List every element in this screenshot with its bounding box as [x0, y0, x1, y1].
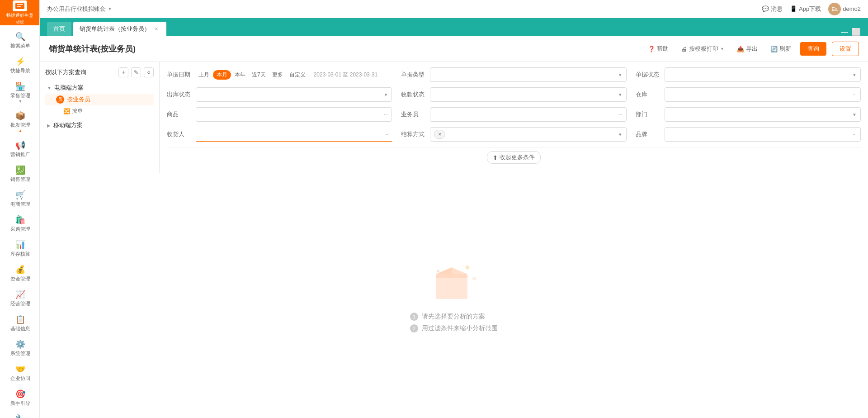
sidebar-item-finance[interactable]: 💰 资金管理 — [2, 261, 38, 286]
sidebar-item-wholesale[interactable]: 📦 批发管理 ▲ — [2, 107, 38, 137]
step-2-text: 用过滤条件来缩小分析范围 — [422, 324, 498, 332]
date-tab-more[interactable]: 更多 — [269, 70, 286, 80]
template-print-label: 按模板打印 — [689, 45, 718, 53]
sidebar-item-retail[interactable]: 🏪 零售管理 ▼ — [2, 78, 38, 107]
help-label: 帮助 — [657, 45, 669, 53]
date-filter-control: 上月 本月 本年 近7天 更多 自定义 2023-03-01 至 2023-03… — [196, 70, 392, 80]
app-download-label: App下载 — [799, 5, 821, 13]
svg-rect-2 — [436, 274, 467, 278]
receiver-control[interactable]: ··· — [196, 127, 392, 142]
export-button[interactable]: 📤 导出 — [733, 43, 761, 55]
inventory-icon: 📊 — [15, 240, 25, 250]
empty-illustration — [427, 258, 481, 304]
doc-status-control[interactable]: ▼ — [665, 67, 861, 82]
topbar-right: 💬 消息 📱 App下载 Ea demo2 — [762, 3, 861, 15]
settlement-label: 结算方式 — [401, 130, 426, 138]
product-control[interactable]: ··· — [196, 107, 392, 122]
page-header: 销货单统计表(按业务员) ❓ 帮助 🖨 按模板打印 ▼ 📤 导出 — [40, 36, 868, 62]
salesperson-filter-item: 业务员 ··· — [401, 107, 626, 122]
more-icon: ··· — [618, 112, 622, 117]
sidebar-quicknav-label: 快捷导航 — [10, 67, 30, 74]
left-panel-header: 按以下方案查询 + ✎ « — [45, 67, 154, 77]
desktop-scheme-parent[interactable]: ▼ 电脑端方案 — [45, 82, 154, 94]
settlement-tag-close[interactable]: × — [438, 131, 441, 138]
chevron-down-icon: ▼ — [19, 99, 23, 104]
desktop-scheme-label: 电脑端方案 — [54, 84, 84, 92]
salesperson-control[interactable]: ··· — [430, 107, 626, 122]
template-print-button[interactable]: 🖨 按模板打印 ▼ — [678, 43, 728, 55]
receive-status-control[interactable]: ▼ — [430, 87, 626, 102]
plus-icon: + — [122, 69, 125, 76]
chevron-down-icon: ▼ — [383, 92, 388, 97]
left-panel-title: 按以下方案查询 — [45, 68, 86, 76]
warehouse-control[interactable]: ··· — [665, 87, 861, 102]
tab-maximize-icon[interactable]: ⬜ — [852, 28, 861, 36]
message-button[interactable]: 💬 消息 — [762, 5, 783, 13]
add-scheme-button[interactable]: + — [118, 67, 128, 77]
settlement-control[interactable]: × ▼ — [430, 127, 626, 142]
quicknav-icon: ⚡ — [15, 57, 25, 66]
date-tab-custom[interactable]: 自定义 — [287, 70, 308, 80]
export-label: 导出 — [746, 45, 758, 53]
topbar-left: 办公用品行业模拟账套 ▼ — [47, 5, 112, 13]
mobile-scheme-parent[interactable]: ▶ 移动端方案 — [45, 119, 154, 131]
warehouse-filter-item: 仓库 ··· — [636, 87, 861, 102]
query-button[interactable]: 查询 — [800, 42, 826, 56]
order-scheme-label: 按单 — [72, 107, 83, 115]
tab-sales-report[interactable]: 销货单统计表（按业务员） × — [73, 22, 166, 36]
sidebar-sales-label: 销售管理 — [10, 176, 30, 183]
sidebar-item-sales[interactable]: 💹 销售管理 — [2, 162, 38, 186]
out-status-control[interactable]: ▼ — [196, 87, 392, 102]
collapse-up-icon: ⬆ — [493, 154, 498, 161]
sidebar-item-purchase[interactable]: 🛍️ 采购管理 — [2, 211, 38, 236]
page-actions: ❓ 帮助 🖨 按模板打印 ▼ 📤 导出 🔄 刷新 — [644, 42, 859, 56]
refresh-label: 刷新 — [779, 45, 791, 53]
settings-button[interactable]: 设置 — [832, 42, 859, 56]
chevron-down-icon: ▼ — [618, 132, 623, 137]
left-panel-actions: + ✎ « — [118, 67, 154, 77]
scheme-by-salesperson[interactable]: 员 按业务员 — [45, 94, 154, 105]
collapse-panel-button[interactable]: « — [144, 67, 154, 77]
sidebar-item-marketing[interactable]: 📢 营销推广 — [2, 137, 38, 162]
sidebar-item-ecommerce[interactable]: 🛒 电商管理 — [2, 186, 38, 211]
out-status-filter-item: 出库状态 ▼ — [167, 87, 392, 102]
sidebar-item-inventory[interactable]: 📊 库存核算 — [2, 236, 38, 261]
account-selector[interactable]: 办公用品行业模拟账套 ▼ — [47, 5, 112, 13]
sidebar-item-apps[interactable]: 🔧 应用中心 — [2, 410, 38, 418]
sidebar-item-quicknav[interactable]: ⚡ 快捷导航 — [2, 53, 38, 78]
empty-step-1: 1 请先选择要分析的方案 — [410, 313, 498, 321]
content-area: 销货单统计表(按业务员) ❓ 帮助 🖨 按模板打印 ▼ 📤 导出 — [40, 36, 868, 418]
tree-arrow-right-icon: ▶ — [47, 123, 51, 128]
date-tab-7days[interactable]: 近7天 — [249, 70, 269, 80]
date-tab-this-year[interactable]: 本年 — [232, 70, 248, 80]
date-tab-this-month[interactable]: 本月 — [213, 70, 231, 80]
sidebar-item-enterprise[interactable]: 🤝 企业协同 — [2, 361, 38, 385]
chevron-down-icon: ▼ — [720, 47, 724, 51]
brand-control[interactable]: ··· — [665, 127, 861, 142]
receiver-input[interactable] — [199, 131, 384, 138]
tab-close-icon[interactable]: × — [153, 25, 160, 33]
doc-type-label: 单据类型 — [401, 71, 426, 79]
tabs-bar: 首页 销货单统计表（按业务员） × — ⬜ — [40, 18, 868, 36]
date-tab-last-month[interactable]: 上月 — [196, 70, 212, 80]
refresh-button[interactable]: 🔄 刷新 — [767, 43, 795, 55]
more-icon: ··· — [384, 132, 388, 137]
scheme-by-order[interactable]: 🔀 按单 — [45, 105, 154, 117]
sidebar-item-newbie[interactable]: 🎯 新手引导 — [2, 385, 38, 410]
sidebar-item-basic[interactable]: 📋 基础信息 — [2, 311, 38, 336]
app-download-button[interactable]: 📱 App下载 — [790, 5, 821, 13]
sidebar-item-system[interactable]: ⚙️ 系统管理 — [2, 336, 38, 361]
sidebar-item-search[interactable]: 🔍 搜索菜单 — [2, 28, 38, 53]
avatar-text: Ea — [832, 6, 838, 12]
tab-minimize-icon[interactable]: — — [841, 28, 848, 36]
help-button[interactable]: ❓ 帮助 — [644, 43, 672, 55]
collapse-filters-button[interactable]: ⬆ 收起更多条件 — [487, 151, 541, 164]
department-control[interactable]: ▼ — [665, 107, 861, 122]
sidebar-item-ops[interactable]: 📈 经营管理 — [2, 286, 38, 311]
edit-scheme-button[interactable]: ✎ — [131, 67, 141, 77]
doc-type-control[interactable]: ▼ — [430, 67, 626, 82]
user-menu[interactable]: Ea demo2 — [828, 3, 861, 15]
filter-panel: 按以下方案查询 + ✎ « — [40, 62, 868, 173]
product-filter-item: 商品 ··· — [167, 107, 392, 122]
tab-home[interactable]: 首页 — [47, 22, 71, 36]
